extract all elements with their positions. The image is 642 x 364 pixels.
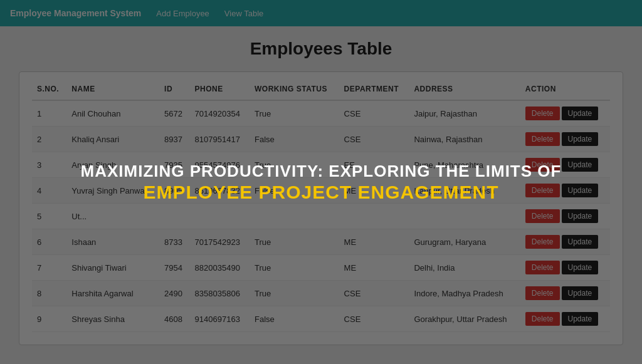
table-row: 8Harshita Agarwal24908358035806TrueCSEIn… [32,281,610,306]
update-button[interactable]: Update [562,132,599,146]
update-button[interactable]: Update [562,158,599,172]
col-phone: PHONE [190,78,250,100]
delete-button[interactable]: Delete [525,184,560,197]
update-button[interactable]: Update [562,261,599,274]
table-row: 1Anil Chouhan56727014920354TrueCSEJaipur… [32,100,610,127]
col-address: ADDRESS [409,78,520,100]
delete-button[interactable]: Delete [525,235,560,249]
table-row: 5Ut...DeleteUpdate [32,204,610,229]
table-header-row: S.NO. NAME ID PHONE WORKING STATUS DEPAR… [32,78,610,100]
app-title: Employee Management System [10,8,141,18]
delete-button[interactable]: Delete [525,132,560,146]
page-title: Employees Table [19,39,623,59]
table-row: 7Shivangi Tiwari79548820035490TrueMEDelh… [32,255,610,281]
col-sno: S.NO. [32,78,66,100]
delete-button[interactable]: Delete [525,312,560,326]
update-button[interactable]: Update [562,235,599,249]
delete-button[interactable]: Delete [525,261,560,274]
delete-button[interactable]: Delete [525,209,560,223]
update-button[interactable]: Update [562,184,599,197]
col-id: ID [159,78,190,100]
col-department: DEPARTMENT [339,78,409,100]
update-button[interactable]: Update [562,286,599,300]
table-row: 3Aryan Singh79359554574976TrueEEPune, Ma… [32,152,610,178]
table-row: 9Shreyas Sinha46089140697163FalseCSEGora… [32,306,610,332]
delete-button[interactable]: Delete [525,158,560,172]
delete-button[interactable]: Delete [525,286,560,300]
col-working-status: WORKING STATUS [250,78,339,100]
nav-add-employee[interactable]: Add Employee [156,9,209,18]
update-button[interactable]: Update [562,209,599,223]
nav-view-table[interactable]: View Table [224,9,263,18]
col-action: ACTION [520,78,610,100]
table-row: 2Khaliq Ansari89378107951417FalseCSENain… [32,127,610,152]
update-button[interactable]: Update [562,312,599,326]
delete-button[interactable]: Delete [525,107,560,120]
table-row: 6Ishaan87337017542923TrueMEGurugram, Har… [32,229,610,255]
col-name: NAME [66,78,159,100]
employees-table: S.NO. NAME ID PHONE WORKING STATUS DEPAR… [32,78,610,332]
update-button[interactable]: Update [562,107,599,120]
employees-table-container: S.NO. NAME ID PHONE WORKING STATUS DEPAR… [19,71,623,345]
table-row: 4Yuvraj Singh Panwar89058619667832FalseM… [32,178,610,204]
